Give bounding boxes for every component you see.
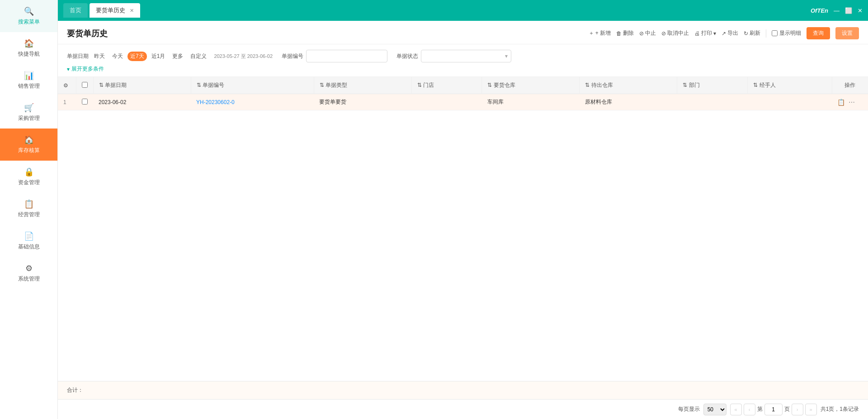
- th-req-warehouse[interactable]: ⇅ 要货仓库: [482, 77, 580, 94]
- show-detail-toggle[interactable]: 显示明细: [772, 29, 801, 37]
- home-icon: 🏠: [24, 38, 34, 48]
- query-button[interactable]: 查询: [807, 27, 830, 39]
- cancel-stop-button[interactable]: ⊘ 取消中止: [661, 29, 689, 37]
- toolbar: ＋ + 新增 🗑 删除 ⊘ 中止 ⊘ 取消中止 🖨 打印: [589, 27, 859, 39]
- filter-area: 单据日期 昨天 今天 近7天 近1月 更多 自定义 2023-05-27 至 2…: [58, 44, 868, 77]
- refresh-button[interactable]: ↻ 刷新: [744, 29, 760, 37]
- row-department: [677, 94, 748, 110]
- sidebar-item-label: 经营管理: [18, 211, 40, 219]
- sidebar-item-label: 库存核算: [18, 147, 40, 154]
- status-select[interactable]: [421, 50, 511, 62]
- expand-more-btn[interactable]: ▾ 展开更多条件: [67, 62, 859, 73]
- sidebar-item-label: 基础信息: [18, 243, 40, 251]
- date-yesterday[interactable]: 昨天: [91, 52, 108, 61]
- edit-icon[interactable]: 📋: [837, 99, 845, 106]
- select-all-checkbox[interactable]: [82, 82, 88, 88]
- docnum-input[interactable]: [306, 50, 387, 62]
- row-checkbox-cell: [76, 94, 93, 110]
- th-docnum[interactable]: ⇅ 单据编号: [191, 77, 314, 94]
- filter-row-1: 单据日期 昨天 今天 近7天 近1月 更多 自定义 2023-05-27 至 2…: [67, 50, 859, 62]
- operations-icon: 📋: [24, 199, 34, 209]
- row-checkbox[interactable]: [82, 99, 88, 105]
- sidebar-item-system[interactable]: ⚙ 系统管理: [0, 257, 57, 289]
- th-date-label: ⇅ 单据日期: [99, 82, 127, 88]
- th-pending-warehouse-label: ⇅ 待出仓库: [585, 82, 613, 88]
- delete-button[interactable]: 🗑 删除: [616, 29, 634, 37]
- sidebar-item-sales[interactable]: 📊 销售管理: [0, 64, 57, 96]
- th-store[interactable]: ⇅ 门店: [411, 77, 482, 94]
- page-size-select[interactable]: 20 50 100 200: [703, 404, 726, 415]
- sidebar-item-label: 采购管理: [18, 114, 40, 122]
- delete-icon: 🗑: [616, 30, 622, 37]
- cancel-stop-icon: ⊘: [661, 30, 666, 37]
- total-label: 合计：: [67, 386, 83, 394]
- row-doctype: 要货单要货: [314, 94, 411, 110]
- page-label-suffix: 页: [784, 405, 790, 413]
- date-more[interactable]: 更多: [170, 52, 186, 61]
- th-doctype[interactable]: ⇅ 单据类型: [314, 77, 411, 94]
- th-date[interactable]: ⇅ 单据日期: [93, 77, 191, 94]
- action-icons: 📋 ⋯: [837, 99, 863, 106]
- minimize-btn[interactable]: —: [834, 7, 840, 14]
- status-select-wrapper: [421, 50, 511, 62]
- page-size-label: 每页显示: [678, 405, 700, 413]
- print-button[interactable]: 🖨 打印 ▾: [694, 29, 716, 37]
- sidebar-item-quicknav[interactable]: 🏠 快捷导航: [0, 32, 57, 64]
- pagination-bar: 每页显示 20 50 100 200 « ‹ 第 页 › » 共1页，1条记录: [58, 399, 868, 419]
- tab-active[interactable]: 要货单历史 ✕: [90, 3, 140, 18]
- th-settings[interactable]: ⚙: [58, 77, 76, 94]
- sidebar-item-search[interactable]: 🔍 搜索菜单: [0, 0, 57, 32]
- page-content: 要货单历史 ＋ + 新增 🗑 删除 ⊘ 中止 ⊘ 取消中止: [58, 21, 868, 419]
- new-button[interactable]: ＋ + 新增: [589, 29, 611, 37]
- sidebar-item-label: 销售管理: [18, 82, 40, 90]
- table-settings-icon[interactable]: ⚙: [63, 82, 68, 89]
- page-first-btn[interactable]: «: [730, 404, 742, 415]
- tab-home[interactable]: 首页: [63, 3, 88, 18]
- row-actions: 📋 ⋯: [832, 94, 868, 110]
- more-icon[interactable]: ⋯: [849, 99, 855, 106]
- th-pending-warehouse[interactable]: ⇅ 待出仓库: [580, 77, 677, 94]
- maximize-btn[interactable]: ⬜: [845, 7, 852, 14]
- expand-label: 展开更多条件: [71, 65, 104, 73]
- date-today[interactable]: 今天: [109, 52, 126, 61]
- sidebar-item-finance[interactable]: 🔒 资金管理: [0, 161, 57, 193]
- date-7days[interactable]: 近7天: [127, 52, 147, 61]
- total-info: 共1页，1条记录: [821, 405, 859, 413]
- row-req-warehouse: 车间库: [482, 94, 580, 110]
- th-actions: 操作: [832, 77, 868, 94]
- show-detail-checkbox[interactable]: [772, 30, 778, 36]
- th-handler[interactable]: ⇅ 经手人: [748, 77, 832, 94]
- row-docnum-link[interactable]: YH-20230602-0: [196, 99, 235, 105]
- th-department[interactable]: ⇅ 部门: [677, 77, 748, 94]
- close-tab-icon[interactable]: ✕: [130, 8, 134, 14]
- page-input[interactable]: [764, 404, 783, 415]
- row-index: 1: [58, 94, 76, 110]
- settings-button[interactable]: 设置: [835, 27, 859, 39]
- sidebar-item-label: 快捷导航: [18, 50, 40, 58]
- sidebar-item-basic[interactable]: 📄 基础信息: [0, 225, 57, 257]
- page-next-btn[interactable]: ›: [792, 404, 803, 415]
- brand-label: OfTEn: [811, 7, 828, 14]
- print-dropdown-icon: ▾: [713, 30, 716, 37]
- close-window-btn[interactable]: ✕: [858, 7, 863, 14]
- th-department-label: ⇅ 部门: [683, 82, 699, 88]
- main-area: 首页 要货单历史 ✕ OfTEn — ⬜ ✕ 要货单历史 ＋ + 新增 🗑: [58, 0, 868, 419]
- date-custom[interactable]: 自定义: [188, 52, 209, 61]
- stop-button[interactable]: ⊘ 中止: [639, 29, 656, 37]
- date-1month[interactable]: 近1月: [149, 52, 168, 61]
- export-button[interactable]: ↗ 导出: [722, 29, 738, 37]
- page-prev-btn[interactable]: ‹: [744, 404, 755, 415]
- date-filter-label: 单据日期: [67, 52, 89, 60]
- sidebar-item-inventory[interactable]: 🏠 库存核算: [0, 129, 57, 161]
- page-title: 要货单历史: [67, 28, 589, 39]
- new-icon: ＋: [589, 29, 594, 37]
- system-icon: ⚙: [25, 263, 33, 273]
- row-pending-warehouse: 原材料仓库: [580, 94, 677, 110]
- footer-totals: 合计：: [58, 381, 868, 399]
- table-row: 1 2023-06-02 YH-20230602-0 要货单要货 车间库 原材料…: [58, 94, 868, 110]
- sidebar-item-purchase[interactable]: 🛒 采购管理: [0, 96, 57, 129]
- toolbar-divider: [766, 29, 766, 38]
- page-last-btn[interactable]: »: [805, 404, 817, 415]
- sidebar-item-operations[interactable]: 📋 经营管理: [0, 193, 57, 225]
- table-header-row: ⚙ ⇅ 单据日期 ⇅ 单据编号 ⇅ 单据类型: [58, 77, 868, 94]
